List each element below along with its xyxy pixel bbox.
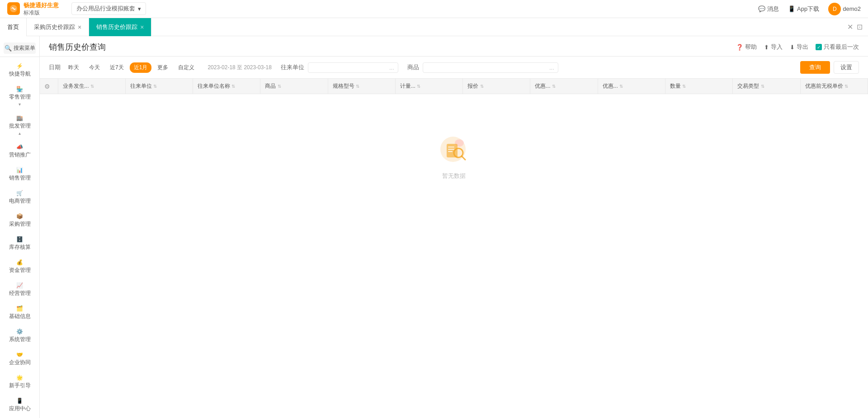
sort-biz-date-icon[interactable]: ⇅ bbox=[90, 84, 94, 89]
sidebar-item-inventory[interactable]: 🗄️ 库存核算 bbox=[0, 233, 39, 255]
date-pill-custom[interactable]: 自定义 bbox=[174, 62, 198, 73]
export-icon: ⬇ bbox=[790, 44, 795, 51]
col-partner-name: 往来单位名称 ⇅ bbox=[193, 79, 260, 94]
only-last-checkbox[interactable]: ✓ 只看最后一次 bbox=[816, 43, 859, 51]
product-input-dots: ... bbox=[549, 64, 554, 71]
message-btn[interactable]: 💬 消息 bbox=[758, 5, 779, 13]
sidebar-search-section: 🔍 搜索菜单 bbox=[0, 40, 39, 57]
main-layout: 🔍 搜索菜单 ⚡ 快捷导航 🏪 零售管理 ▾ 🏬 批发管理 ▴ 📣 营销推广 📊… bbox=[0, 36, 868, 418]
sidebar-item-ecommerce[interactable]: 🛒 电商管理 bbox=[0, 186, 39, 209]
partner-input[interactable]: ... bbox=[308, 62, 398, 73]
empty-state: 暂无数据 bbox=[40, 94, 868, 216]
sidebar-purchase-label: 采购管理 bbox=[9, 220, 31, 228]
date-pill-7days[interactable]: 近7天 bbox=[106, 62, 128, 73]
sidebar-system-label: 系统管理 bbox=[9, 336, 31, 343]
tab-sales-history[interactable]: 销售历史价跟踪 × bbox=[89, 18, 151, 36]
col-qty: 数量 ⇅ bbox=[665, 79, 733, 94]
sidebar-item-guide[interactable]: 🌟 新手引导 bbox=[0, 371, 39, 393]
app-logo bbox=[7, 2, 20, 15]
guide-icon: 🌟 bbox=[16, 375, 23, 381]
maximize-btn[interactable]: ⊡ bbox=[857, 23, 863, 31]
sort-discount2-icon[interactable]: ⇅ bbox=[619, 84, 623, 89]
enterprise-icon: 🤝 bbox=[16, 352, 23, 358]
query-button[interactable]: 查询 bbox=[800, 61, 830, 74]
sort-notax-price-icon[interactable]: ⇅ bbox=[844, 84, 848, 89]
date-range-group: 2023-02-18 至 2023-03-18 bbox=[208, 64, 271, 71]
sort-unit-icon[interactable]: ⇅ bbox=[417, 84, 420, 89]
settings-button[interactable]: 设置 bbox=[834, 61, 859, 74]
sidebar-retail-label: 零售管理 bbox=[9, 93, 31, 101]
inventory-icon: 🗄️ bbox=[16, 236, 23, 242]
sort-qty-icon[interactable]: ⇅ bbox=[682, 84, 686, 89]
checkbox-checked-icon: ✓ bbox=[816, 44, 822, 50]
sidebar-item-wholesale[interactable]: 🏬 批发管理 ▴ bbox=[0, 111, 39, 139]
export-btn[interactable]: ⬇ 导出 bbox=[790, 43, 808, 51]
content-area: 销售历史价查询 ❓ 帮助 ⬆ 导入 ⬇ 导出 ✓ 只 bbox=[40, 36, 868, 418]
sidebar-shortcuts-label: 快捷导航 bbox=[9, 70, 31, 78]
sidebar-item-basic[interactable]: 🗂️ 基础信息 bbox=[0, 302, 39, 324]
sidebar-sales-label: 销售管理 bbox=[9, 174, 31, 182]
sort-product-icon[interactable]: ⇅ bbox=[278, 84, 281, 89]
page-header-actions: ❓ 帮助 ⬆ 导入 ⬇ 导出 ✓ 只看最后一次 bbox=[736, 43, 859, 51]
sidebar-item-retail[interactable]: 🏪 零售管理 ▾ bbox=[0, 82, 39, 110]
date-range-display: 2023-02-18 至 2023-03-18 bbox=[208, 64, 271, 71]
sort-partner-name-icon[interactable]: ⇅ bbox=[231, 84, 235, 89]
sidebar-enterprise-label: 企业协同 bbox=[9, 359, 31, 366]
filter-bar: 日期 昨天 今天 近7天 近1月 更多 自定义 2023-02-18 至 202… bbox=[40, 57, 868, 79]
sidebar-item-apps[interactable]: 📱 应用中心 bbox=[0, 394, 39, 416]
col-gear-icon[interactable]: ⚙ bbox=[44, 83, 50, 90]
tab-home[interactable]: 首页 bbox=[0, 18, 27, 36]
tab-sales-close[interactable]: × bbox=[140, 24, 144, 31]
import-icon: ⬆ bbox=[764, 44, 769, 51]
help-btn[interactable]: ❓ 帮助 bbox=[736, 43, 757, 51]
date-pill-yesterday[interactable]: 昨天 bbox=[64, 62, 83, 73]
sort-partner-code-icon[interactable]: ⇅ bbox=[153, 84, 157, 89]
col-spec: 规格型号 ⇅ bbox=[328, 79, 395, 94]
close-window-btn[interactable]: ✕ bbox=[847, 23, 853, 31]
product-input[interactable]: ... bbox=[423, 62, 558, 73]
user-menu[interactable]: D demo2 bbox=[828, 3, 861, 15]
table-head: ⚙ 业务发生... ⇅ 往来单位 ⇅ 往来单位名称 ⇅ bbox=[40, 79, 868, 94]
sidebar-apps-label: 应用中心 bbox=[9, 405, 31, 413]
sort-discount1-icon[interactable]: ⇅ bbox=[552, 84, 556, 89]
sort-trade-type-icon[interactable]: ⇅ bbox=[761, 84, 764, 89]
dropdown-arrow-icon: ▾ bbox=[138, 5, 141, 12]
shortcuts-icon: ⚡ bbox=[16, 63, 23, 69]
sidebar-item-operations[interactable]: 📈 经营管理 bbox=[0, 279, 39, 301]
sidebar-item-purchase[interactable]: 📦 采购管理 bbox=[0, 209, 39, 232]
message-icon: 💬 bbox=[758, 5, 765, 12]
search-icon: 🔍 bbox=[5, 45, 12, 52]
date-pill-1month[interactable]: 近1月 bbox=[130, 62, 152, 73]
download-icon: 📱 bbox=[788, 5, 795, 12]
sort-spec-icon[interactable]: ⇅ bbox=[356, 84, 359, 89]
sidebar-item-system[interactable]: ⚙️ 系统管理 bbox=[0, 325, 39, 347]
sidebar: 🔍 搜索菜单 ⚡ 快捷导航 🏪 零售管理 ▾ 🏬 批发管理 ▴ 📣 营销推广 📊… bbox=[0, 36, 40, 418]
sidebar-wholesale-label: 批发管理 bbox=[9, 122, 31, 130]
col-discount2: 优惠... ⇅ bbox=[598, 79, 665, 94]
tab-purchase-close[interactable]: × bbox=[78, 24, 81, 31]
app-download-btn[interactable]: 📱 App下载 bbox=[788, 5, 819, 13]
date-pill-today[interactable]: 今天 bbox=[85, 62, 104, 73]
date-pill-more[interactable]: 更多 bbox=[153, 62, 172, 73]
sidebar-marketing-label: 营销推广 bbox=[9, 151, 31, 159]
sidebar-item-enterprise[interactable]: 🤝 企业协同 bbox=[0, 348, 39, 370]
search-menu-btn[interactable]: 🔍 搜索菜单 bbox=[4, 43, 36, 54]
sidebar-item-shortcuts[interactable]: ⚡ 快捷导航 bbox=[0, 59, 39, 81]
avatar: D bbox=[828, 3, 841, 15]
import-btn[interactable]: ⬆ 导入 bbox=[764, 43, 783, 51]
sidebar-item-sales[interactable]: 📊 销售管理 bbox=[0, 163, 39, 185]
date-filter-label: 日期 bbox=[49, 63, 61, 71]
retail-icon: 🏪 bbox=[16, 86, 23, 92]
tab-purchase-history[interactable]: 采购历史价跟踪 × bbox=[27, 18, 89, 36]
app-name-block: 畅捷通好生意 标准版 bbox=[24, 1, 59, 16]
account-selector[interactable]: 办公用品行业模拟账套 ▾ bbox=[71, 2, 146, 15]
sidebar-item-finance[interactable]: 💰 资金管理 bbox=[0, 256, 39, 278]
tabbar: 首页 采购历史价跟踪 × 销售历史价跟踪 × ✕ ⊡ bbox=[0, 18, 868, 36]
sort-price-icon[interactable]: ⇅ bbox=[480, 84, 484, 89]
marketing-icon: 📣 bbox=[16, 144, 23, 150]
help-icon: ❓ bbox=[736, 44, 743, 51]
purchase-icon: 📦 bbox=[16, 213, 23, 219]
finance-icon: 💰 bbox=[16, 259, 23, 266]
sidebar-item-marketing[interactable]: 📣 营销推广 bbox=[0, 140, 39, 162]
account-label: 办公用品行业模拟账套 bbox=[76, 5, 135, 13]
